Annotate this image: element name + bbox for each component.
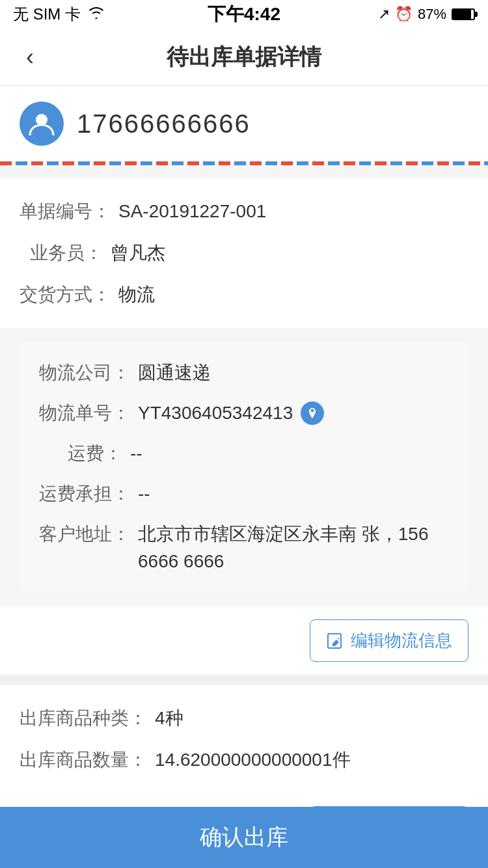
logistics-address-value: 北京市市辖区海淀区永丰南 张，156 6666 6666: [138, 521, 449, 575]
user-section: 17666666666: [0, 86, 488, 161]
edit-logistics-button[interactable]: 编辑物流信息: [310, 619, 468, 662]
edit-logistics-label: 编辑物流信息: [351, 629, 452, 652]
logistics-tracking-value: YT4306405342413: [138, 400, 449, 427]
sales-person-label: 业务员：: [20, 239, 111, 267]
logistics-freight-row: 运费： --: [39, 440, 449, 467]
goods-category-row: 出库商品种类： 4种: [20, 705, 468, 732]
goods-quantity-value: 14.620000000000001件: [155, 746, 468, 774]
doc-number-label: 单据编号：: [20, 198, 118, 225]
battery-percent: 87%: [418, 6, 446, 23]
logistics-freight-bearer-row: 运费承担： --: [39, 480, 449, 508]
sales-person-value: 曾凡杰: [111, 239, 468, 267]
doc-number-row: 单据编号： SA-20191227-001: [20, 198, 468, 225]
delivery-method-label: 交货方式：: [20, 281, 118, 308]
logistics-tracking-label: 物流单号：: [39, 400, 138, 427]
status-right: ↗ ⏰ 87%: [378, 6, 475, 23]
edit-icon: [326, 632, 344, 650]
goods-quantity-row: 出库商品数量： 14.620000000000001件: [20, 746, 468, 774]
logistics-address-row: 客户地址： 北京市市辖区海淀区永丰南 张，156 6666 6666: [39, 521, 449, 575]
edit-logistics-container: 编辑物流信息: [0, 606, 488, 675]
logistics-freight-bearer-value: --: [138, 480, 449, 508]
logistics-card: 物流公司： 圆通速递 物流单号： YT4306405342413 运费： -- …: [20, 341, 468, 593]
logistics-address-label: 客户地址：: [39, 521, 138, 548]
status-left: 无 SIM 卡: [13, 4, 105, 25]
goods-category-value: 4种: [155, 705, 468, 732]
goods-category-label: 出库商品种类：: [20, 705, 155, 732]
sales-person-row: 业务员： 曾凡杰: [20, 239, 468, 267]
tracking-location-icon[interactable]: [301, 401, 324, 425]
logistics-company-label: 物流公司：: [39, 359, 138, 387]
location-icon: ↗: [378, 6, 390, 23]
battery-icon: [452, 8, 475, 20]
logistics-company-row: 物流公司： 圆通速递: [39, 359, 449, 387]
alarm-icon: ⏰: [395, 6, 413, 23]
status-bar: 无 SIM 卡 下午4:42 ↗ ⏰ 87%: [0, 0, 488, 29]
delivery-method-row: 交货方式： 物流: [20, 281, 468, 308]
doc-number-value: SA-20191227-001: [118, 198, 468, 225]
goods-section: 出库商品种类： 4种 出库商品数量： 14.620000000000001件: [0, 685, 488, 793]
delivery-method-value: 物流: [118, 281, 468, 308]
confirm-btn-container: 确认出库: [0, 807, 488, 868]
wifi-icon: [87, 5, 105, 23]
document-info-section: 单据编号： SA-20191227-001 业务员： 曾凡杰 交货方式： 物流: [0, 178, 488, 328]
confirm-button[interactable]: 确认出库: [0, 822, 488, 852]
nav-bar: ‹ 待出库单据详情: [0, 29, 488, 86]
user-phone: 17666666666: [77, 109, 251, 139]
dashed-separator: [0, 161, 488, 165]
logistics-freight-value: --: [130, 440, 449, 467]
section-divider: [0, 675, 488, 685]
back-button[interactable]: ‹: [20, 37, 40, 77]
page-title: 待出库单据详情: [167, 42, 321, 72]
user-avatar: [20, 102, 64, 146]
logistics-company-value: 圆通速递: [138, 359, 449, 387]
svg-point-0: [36, 114, 47, 126]
carrier-text: 无 SIM 卡: [13, 4, 81, 25]
logistics-freight-bearer-label: 运费承担：: [39, 480, 138, 508]
status-time: 下午4:42: [208, 2, 280, 27]
logistics-tracking-row: 物流单号： YT4306405342413: [39, 400, 449, 427]
goods-quantity-label: 出库商品数量：: [20, 746, 155, 774]
logistics-freight-label: 运费：: [39, 440, 130, 467]
